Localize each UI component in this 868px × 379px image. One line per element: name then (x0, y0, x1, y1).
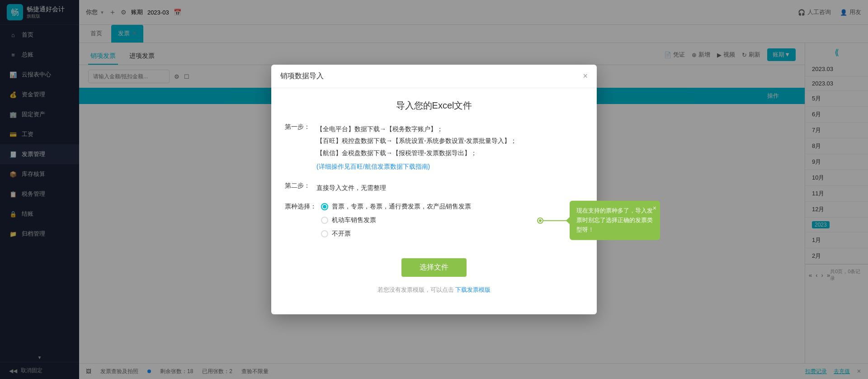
modal-subtitle: 导入您的Excel文件 (285, 99, 583, 112)
tooltip-connector: × 现在支持的票种多了，导入发票时别忘了选择正确的发票类型呀！ (538, 201, 660, 240)
step2-content: 直接导入文件，无需整理 (316, 182, 386, 194)
radio-item-1[interactable]: 普票，专票，卷票，通行费发票，农产品销售发票 (321, 203, 471, 211)
radio-circle-3[interactable] (321, 230, 328, 237)
step-2: 第二步： 直接导入文件，无需整理 (285, 182, 583, 194)
step1-line1: 【全电平台】数据下载→【税务数字账户】； (316, 123, 517, 135)
step1-row: 第一步： 【全电平台】数据下载→【税务数字账户】； 【百旺】税控盘数据下载→【系… (285, 123, 583, 173)
ticket-selector: 票种选择： 普票，专票，卷票，通行费发票，农产品销售发票 机动车销售发票 (285, 203, 583, 249)
step1-label: 第一步： (285, 123, 312, 173)
radio-circle-1[interactable] (321, 203, 328, 210)
download-template-link[interactable]: 下载发票模版 (455, 286, 491, 293)
modal-close-button[interactable]: × (583, 71, 588, 81)
modal-body: 导入您的Excel文件 第一步： 【全电平台】数据下载→【税务数字账户】； 【百… (271, 88, 597, 315)
modal-btn-row: 选择文件 (285, 258, 583, 277)
radio-inner-1 (323, 205, 326, 208)
radio-item-3[interactable]: 不开票 (321, 230, 471, 238)
modal-title: 销项数据导入 (280, 71, 324, 81)
footer-text: 若您没有发票模版，可以点击 (377, 286, 454, 293)
step1-link: (详细操作见百旺/航信发票数据下载指南) (316, 161, 517, 173)
step-1: 第一步： 【全电平台】数据下载→【税务数字账户】； 【百旺】税控盘数据下载→【系… (285, 123, 583, 173)
radio-group: 普票，专票，卷票，通行费发票，农产品销售发票 机动车销售发票 × 现在支持的票种… (321, 203, 471, 238)
tooltip-bubble: × 现在支持的票种多了，导入发票时别忘了选择正确的发票类型呀！ (570, 201, 660, 240)
guide-link[interactable]: (详细操作见百旺/航信发票数据下载指南) (316, 163, 430, 170)
radio-circle-2[interactable] (321, 217, 328, 224)
select-file-button[interactable]: 选择文件 (401, 258, 467, 277)
modal-footer: 若您没有发票模版，可以点击 下载发票模版 (285, 286, 583, 303)
step2-row: 第二步： 直接导入文件，无需整理 (285, 182, 583, 194)
tooltip-text: 现在支持的票种多了，导入发票时别忘了选择正确的发票类型呀！ (576, 207, 653, 233)
step1-line3: 【航信】金税盘数据下载→【报税管理-发票数据导出】； (316, 147, 517, 159)
import-modal: 销项数据导入 × 导入您的Excel文件 第一步： 【全电平台】数据下载→【税务… (271, 65, 597, 315)
radio-label-3: 不开票 (332, 230, 351, 238)
tooltip-dot (538, 218, 542, 223)
radio-label-1: 普票，专票，卷票，通行费发票，农产品销售发票 (332, 203, 471, 211)
step1-content: 【全电平台】数据下载→【税务数字账户】； 【百旺】税控盘数据下载→【系统设置-系… (316, 123, 517, 173)
tooltip-line (542, 220, 570, 221)
step1-line2: 【百旺】税控盘数据下载→【系统设置-系统参数设置-发票批量导入】； (316, 135, 517, 147)
tooltip-close-button[interactable]: × (653, 203, 656, 213)
step2-label: 第二步： (285, 182, 312, 194)
radio-item-2[interactable]: 机动车销售发票 × 现在支持的票种多了，导入发票时别忘了选择正确的发票类型呀！ (321, 216, 471, 224)
ticket-label: 票种选择： (285, 203, 316, 211)
radio-label-2: 机动车销售发票 (332, 216, 376, 224)
modal-header: 销项数据导入 × (271, 65, 597, 88)
modal-overlay: 销项数据导入 × 导入您的Excel文件 第一步： 【全电平台】数据下载→【税务… (0, 0, 868, 379)
